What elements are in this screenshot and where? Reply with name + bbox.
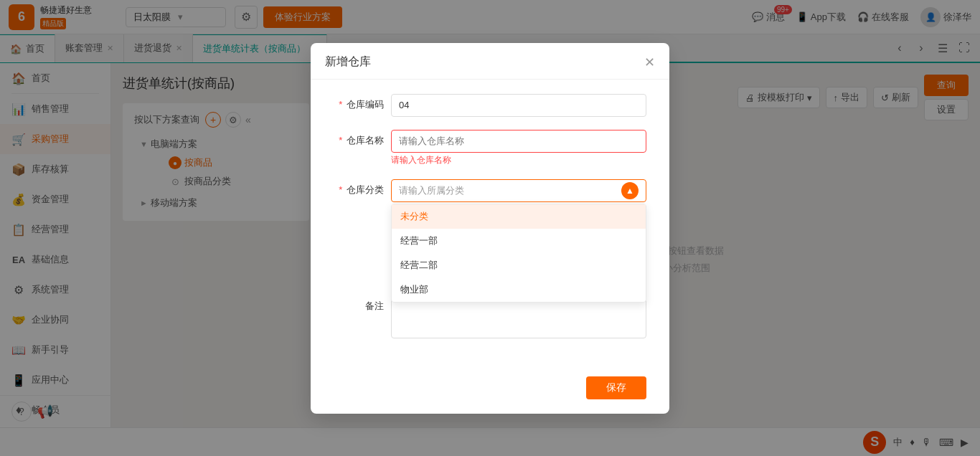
name-label: * 仓库名称 xyxy=(334,130,391,147)
dropdown-item-uncategorized[interactable]: 未分类 xyxy=(392,204,646,229)
modal-header: 新增仓库 ✕ xyxy=(311,43,669,80)
chevron-up-icon: ▲ xyxy=(621,182,639,199)
code-label-text: 仓库编码 xyxy=(347,99,384,110)
remark-label-text: 备注 xyxy=(365,300,384,311)
dropdown-item-dept1[interactable]: 经营一部 xyxy=(392,229,646,253)
modal-overlay[interactable]: 新增仓库 ✕ * 仓库编码 * 仓库名称 xyxy=(0,0,980,456)
category-dropdown[interactable]: 请输入所属分类 ▲ xyxy=(391,179,646,202)
modal-close-button[interactable]: ✕ xyxy=(644,54,655,70)
new-warehouse-modal: 新增仓库 ✕ * 仓库编码 * 仓库名称 xyxy=(311,43,669,414)
category-field: 请输入所属分类 ▲ 未分类 经营一部 经营二部 物业部 xyxy=(391,179,646,202)
code-label: * 仓库编码 xyxy=(334,94,391,111)
name-input[interactable] xyxy=(391,130,646,153)
category-label: * 仓库分类 xyxy=(334,179,391,196)
required-star-name: * xyxy=(339,135,342,146)
name-field: 请输入仓库名称 xyxy=(391,130,646,166)
modal-footer: 保存 xyxy=(311,368,669,414)
form-row-category: * 仓库分类 请输入所属分类 ▲ 未分类 经营一部 经营二部 物业部 xyxy=(334,179,646,202)
category-dropdown-menu: 未分类 经营一部 经营二部 物业部 xyxy=(391,204,646,303)
required-star-code: * xyxy=(339,99,342,110)
remark-label: 备注 xyxy=(334,295,391,313)
name-error-message: 请输入仓库名称 xyxy=(391,154,646,166)
category-placeholder: 请输入所属分类 xyxy=(399,184,464,197)
modal-title: 新增仓库 xyxy=(325,54,371,70)
modal-body: * 仓库编码 * 仓库名称 请输入仓库名称 xyxy=(311,80,669,368)
save-button[interactable]: 保存 xyxy=(586,376,646,399)
category-label-text: 仓库分类 xyxy=(347,184,384,195)
form-row-code: * 仓库编码 xyxy=(334,94,646,117)
dropdown-item-dept2[interactable]: 经营二部 xyxy=(392,253,646,277)
required-star-category: * xyxy=(339,184,342,195)
code-field xyxy=(391,94,646,117)
dropdown-item-property[interactable]: 物业部 xyxy=(392,277,646,302)
form-row-name: * 仓库名称 请输入仓库名称 xyxy=(334,130,646,166)
name-label-text: 仓库名称 xyxy=(347,135,384,146)
code-input[interactable] xyxy=(391,94,646,117)
